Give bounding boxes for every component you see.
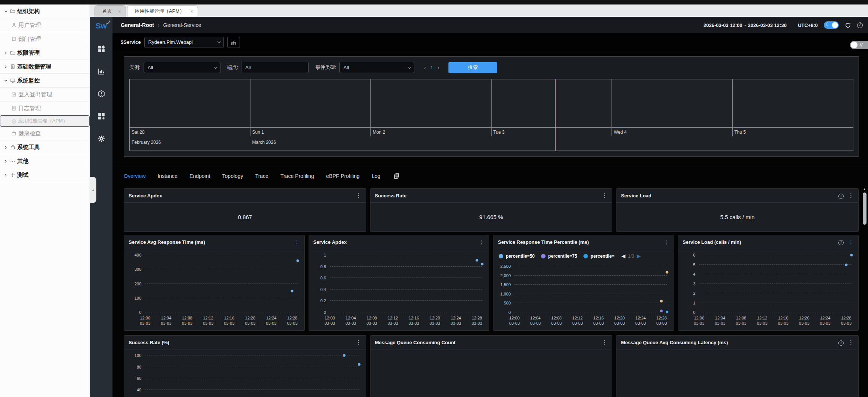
alerts-icon[interactable] <box>97 90 105 98</box>
chevron-right-icon[interactable] <box>4 65 10 69</box>
chart-gridline: 40 <box>145 390 359 390</box>
tab-trace[interactable]: Trace <box>255 173 268 179</box>
y-axis-tick: 2 <box>693 291 695 296</box>
kebab-menu-icon[interactable]: ⋮ <box>356 192 361 199</box>
settings-gear-icon[interactable] <box>97 135 105 143</box>
sidebar-item-label: 应用性能管理（APM） <box>18 118 67 124</box>
sidebar-item-log-mgmt[interactable]: 日志管理 <box>0 101 90 115</box>
sidebar-item-health-check[interactable]: 健康检查 <box>0 127 90 140</box>
y-axis-tick: 0 <box>324 310 326 315</box>
event-type-select[interactable]: All <box>339 62 414 73</box>
tab-topology[interactable]: Topology <box>222 173 243 179</box>
x-axis-tick: 12:2003-03 <box>614 315 625 326</box>
search-button[interactable]: 搜索 <box>448 62 497 73</box>
sidebar-collapse-handle[interactable]: ◂ <box>90 177 96 203</box>
new-dashboard-icon[interactable] <box>97 112 105 120</box>
kebab-menu-icon[interactable]: ⋮ <box>294 239 300 245</box>
service-bar: $Service Rydeen.Plm.Webapi V <box>112 33 868 51</box>
tab-overview[interactable]: Overview <box>124 173 145 179</box>
vertical-scrollbar[interactable]: ▲ <box>862 187 867 397</box>
kebab-menu-icon[interactable]: ⋮ <box>848 339 854 346</box>
calendar-icon <box>11 92 16 97</box>
timeline-day-label: Mon 2 <box>373 130 385 135</box>
card-title: Message Queue Avg Consuming Latency (ms) <box>621 340 728 345</box>
tab-endpoint[interactable]: Endpoint <box>189 173 210 179</box>
sidebar-item-dept-mgmt[interactable]: 部门管理 <box>0 32 90 46</box>
skywalking-logo[interactable]: Sw <box>96 21 107 30</box>
sidebar-item-others[interactable]: ⋯其他 <box>0 154 90 168</box>
sidebar-item-system-tools[interactable]: 系统工具 <box>0 140 90 154</box>
metrics-icon[interactable] <box>97 67 105 75</box>
chart-gridline: 4 <box>699 274 852 274</box>
window-tab-home[interactable]: 首页× <box>94 5 126 17</box>
legend-item[interactable]: percentile=50 <box>499 254 535 259</box>
card-header-icons: ⋮ <box>356 339 361 346</box>
service-select[interactable]: Rydeen.Plm.Webapi <box>144 37 224 48</box>
prev-page-icon[interactable]: ‹ <box>424 64 426 71</box>
breadcrumb-current[interactable]: General-Service <box>163 22 201 28</box>
info-icon[interactable]: i <box>838 239 844 246</box>
event-timeline[interactable]: Sat 28February 2026Sun 1March 2026Mon 2T… <box>129 79 853 151</box>
sidebar-item-system-monitor[interactable]: 系统监控 <box>0 74 90 88</box>
close-icon[interactable]: × <box>190 9 193 14</box>
endpoint-input[interactable] <box>241 62 309 73</box>
info-icon[interactable]: i <box>838 339 844 346</box>
chevron-right-icon[interactable] <box>4 51 10 55</box>
sidebar-item-label: 登入登出管理 <box>18 91 52 98</box>
x-axis-tick: 12:2403-03 <box>266 315 276 326</box>
event-filter-panel: 实例: All 端点: 事件类型: All ‹ 1 › 搜索 Sat 28Feb… <box>124 56 859 157</box>
y-axis-tick: 0.8 <box>320 264 326 269</box>
instance-select[interactable]: All <box>144 62 220 73</box>
legend-next-icon[interactable]: ▶ <box>637 253 640 259</box>
close-icon[interactable]: × <box>118 9 121 14</box>
sidebar-item-test[interactable]: 测试 <box>0 168 90 182</box>
chevron-right-icon[interactable] <box>4 173 10 177</box>
chevron-right-icon[interactable] <box>4 145 10 149</box>
sidebar-item-org-structure[interactable]: 组织架构 <box>0 4 90 18</box>
chart-gridline: 3 <box>699 284 852 284</box>
chevron-down-icon[interactable] <box>4 9 10 13</box>
legend-prev-icon[interactable]: ◀ <box>622 253 625 259</box>
sidebar-item-login-logout[interactable]: 登入登出管理 <box>0 88 90 101</box>
window-tab-apm[interactable]: 应用性能管理（APM）× <box>127 5 198 17</box>
tab-log[interactable]: Log <box>372 173 380 179</box>
legend-item[interactable]: percentile=75 <box>541 254 577 259</box>
kebab-menu-icon[interactable]: ⋮ <box>602 339 607 346</box>
tab-instance[interactable]: Instance <box>157 173 177 179</box>
dark-mode-toggle[interactable]: ☾ <box>824 21 839 29</box>
time-range[interactable]: 2026-03-03 12:00 ~ 2026-03-03 12:30 <box>703 22 787 28</box>
kebab-menu-icon[interactable]: ⋮ <box>848 239 854 245</box>
copy-dashboard-icon[interactable] <box>393 173 400 179</box>
sidebar-item-base-data-mgmt[interactable]: 基础数据管理 <box>0 60 90 74</box>
legend-item[interactable]: percentile= <box>583 254 615 259</box>
event-type-select-value: All <box>343 65 349 70</box>
refresh-icon[interactable] <box>845 22 851 28</box>
kebab-menu-icon[interactable]: ⋮ <box>848 192 854 199</box>
chart-gridline: 100 <box>145 298 298 298</box>
sidebar-item-apm[interactable]: ◎应用性能管理（APM） <box>0 115 90 127</box>
dashboard-icon[interactable] <box>97 45 105 53</box>
kebab-menu-icon[interactable]: ⋮ <box>602 192 607 199</box>
tab-ebpf-profiling[interactable]: eBPF Profiling <box>326 173 360 179</box>
breadcrumb-root[interactable]: General-Root <box>121 22 154 28</box>
topology-sitemap-button[interactable] <box>227 37 240 48</box>
tab-trace-profiling[interactable]: Trace Profiling <box>280 173 314 179</box>
kebab-menu-icon[interactable]: ⋮ <box>664 239 669 245</box>
view-toggle[interactable]: V <box>850 41 868 49</box>
next-page-icon[interactable]: › <box>438 64 439 71</box>
kebab-menu-icon[interactable]: ⋮ <box>479 239 484 245</box>
folder-icon <box>10 9 15 14</box>
kebab-menu-icon[interactable]: ⋮ <box>356 339 361 346</box>
scroll-up-icon[interactable]: ▲ <box>862 187 867 191</box>
chevron-down-icon[interactable] <box>4 79 10 83</box>
sidebar-item-user-mgmt[interactable]: 用户管理 <box>0 18 90 32</box>
card-title: Success Rate (%) <box>129 340 169 345</box>
chevron-right-icon[interactable] <box>4 159 10 163</box>
sidebar-item-permission-mgmt[interactable]: 权限管理 <box>0 46 90 60</box>
scrollbar-thumb[interactable] <box>863 193 867 225</box>
chart-body: 012345612:0003-0312:0403-0312:0803-0312:… <box>678 249 859 330</box>
utc-offset[interactable]: UTC+8:0 <box>798 22 818 28</box>
info-icon[interactable]: i <box>838 192 844 199</box>
info-icon[interactable]: i <box>857 22 863 28</box>
y-axis-tick: 0.4 <box>320 287 326 292</box>
